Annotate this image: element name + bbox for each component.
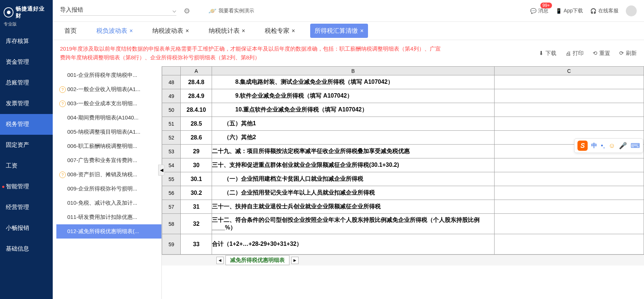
form-item-7[interactable]: 008-资产折旧、摊销及纳税... — [56, 168, 161, 182]
tab-4[interactable]: 税检专家× — [260, 24, 299, 38]
tab-0[interactable]: 首页 — [60, 24, 81, 38]
row-header[interactable]: 49 — [162, 89, 181, 103]
tab-2[interactable]: 纳税波动表× — [148, 24, 193, 38]
ime-lang[interactable]: 中 — [591, 142, 597, 150]
cell-c[interactable] — [494, 75, 644, 89]
cell-a[interactable]: 28.4.9 — [181, 89, 212, 103]
print-button[interactable]: 🖨 打印 — [565, 50, 584, 57]
collapse-handle[interactable]: ◀ — [158, 165, 165, 176]
close-icon[interactable]: × — [292, 28, 295, 34]
cell-c[interactable] — [494, 158, 644, 172]
row-header[interactable]: 52 — [162, 131, 181, 145]
row-header[interactable]: 53 — [162, 145, 181, 158]
online-service-button[interactable]: 🎧 在线客服 — [590, 8, 619, 14]
gear-icon[interactable]: ⚙ — [184, 7, 190, 15]
tab-5[interactable]: 所得税汇算清缴× — [310, 24, 368, 38]
tab-1[interactable]: 税负波动表× — [92, 24, 137, 38]
ime-emoji-icon[interactable]: ☺ — [609, 142, 615, 150]
cell-a[interactable]: 28.6 — [181, 131, 212, 145]
avatar[interactable] — [626, 5, 637, 16]
row-header[interactable]: 58 — [162, 214, 181, 234]
cell-b[interactable]: 合计（1+2+…+28-29+30+31+32） — [212, 234, 495, 255]
reset-button[interactable]: ⟲ 重置 — [593, 50, 610, 57]
ime-bar[interactable]: S 中 •, ☺ 🎤 ⌨ — [574, 138, 643, 153]
form-item-6[interactable]: 007-广告费和业务宣传费跨... — [56, 153, 161, 168]
col-header-a[interactable]: A — [181, 67, 212, 75]
cell-b[interactable]: 三十二、符合条件的公司型创投企业按照企业年末个人股东持股比例减免企业所得税（个人… — [212, 214, 495, 234]
row-header[interactable]: 50 — [162, 103, 181, 117]
nav-item-1[interactable]: 资金管理 — [0, 52, 53, 72]
close-icon[interactable]: × — [360, 28, 363, 34]
nav-item-4[interactable]: 税务管理 — [0, 114, 53, 135]
col-header-c[interactable]: C — [494, 67, 644, 75]
cell-c[interactable] — [494, 117, 644, 131]
nav-item-3[interactable]: 发票管理 — [0, 93, 53, 114]
row-header[interactable]: 59 — [162, 234, 181, 255]
cell-a[interactable]: 33 — [181, 234, 212, 255]
nav-item-9[interactable]: 小畅报销 — [0, 218, 53, 239]
cell-a[interactable]: 29 — [181, 145, 212, 158]
cell-a[interactable]: 28.5 — [181, 117, 212, 131]
cell-b[interactable]: 二十九、减：项目所得额按法定税率减半征收企业所得税叠加享受减免税优惠 — [212, 145, 495, 158]
row-header[interactable]: 48 — [162, 75, 181, 89]
ime-keyboard-icon[interactable]: ⌨ — [631, 142, 640, 150]
form-item-2[interactable]: 003-一般企业成本支出明细... — [56, 97, 161, 111]
ime-comma-icon[interactable]: •, — [601, 142, 605, 150]
nav-item-2[interactable]: 总账管理 — [0, 72, 53, 93]
close-icon[interactable]: × — [242, 28, 245, 34]
nav-item-8[interactable]: 经营管理 — [0, 197, 53, 218]
cell-b[interactable]: （二）企业招用登记失业半年以上人员就业扣减企业所得税 — [212, 186, 495, 200]
search-box[interactable]: 导入报错 ⌵ — [60, 6, 176, 16]
cell-c[interactable] — [494, 103, 644, 117]
col-header-b[interactable]: B — [212, 67, 495, 75]
spreadsheet[interactable]: A B C 4828.4.8 8.集成电路封装、测试企业减免企业所得税（填写 A… — [162, 66, 644, 299]
form-item-3[interactable]: 004-期间费用明细表(A1040... — [56, 111, 161, 125]
sheet-nav-next[interactable]: ▶ — [291, 257, 299, 264]
cell-a[interactable]: 30.1 — [181, 172, 212, 186]
form-item-10[interactable]: 011-研发费用加计扣除优惠... — [56, 210, 161, 224]
cell-b[interactable]: 8.集成电路封装、测试企业减免企业所得税（填写 A107042） — [212, 75, 495, 89]
cell-c[interactable] — [494, 89, 644, 103]
form-item-5[interactable]: 006-职工薪酬纳税调整明细... — [56, 139, 161, 153]
demo-link[interactable]: 🪐 我要看实例演示 — [208, 7, 254, 15]
nav-item-5[interactable]: 固定资产 — [0, 135, 53, 156]
tab-3[interactable]: 纳税统计表× — [204, 24, 249, 38]
ime-logo-icon[interactable]: S — [577, 141, 588, 151]
form-item-4[interactable]: 005-纳税调整项目明细表(A1... — [56, 125, 161, 139]
chevron-down-icon[interactable]: ⌵ — [172, 6, 176, 14]
row-header[interactable]: 57 — [162, 200, 181, 214]
ime-mic-icon[interactable]: 🎤 — [619, 142, 627, 150]
nav-item-0[interactable]: 库存核算 — [0, 31, 53, 52]
row-header[interactable]: 54 — [162, 158, 181, 172]
cell-b[interactable]: 10.重点软件企业减免企业所得税（填写 A107042） — [212, 103, 495, 117]
messages-button[interactable]: 💬 消息 99+ — [530, 8, 548, 14]
cell-b[interactable]: （五）其他1 — [212, 117, 495, 131]
corner-cell[interactable] — [162, 67, 181, 75]
form-item-8[interactable]: 009-企业所得税弥补亏损明... — [56, 182, 161, 196]
cell-c[interactable] — [494, 186, 644, 200]
cell-a[interactable]: 28.4.8 — [181, 75, 212, 89]
nav-item-10[interactable]: 基础信息 — [0, 239, 53, 259]
form-item-0[interactable]: 001-企业所得税年度纳税申... — [56, 68, 161, 82]
cell-b[interactable]: 三十、支持和促进重点群体创业就业企业限额减征企业所得税(30.1+30.2) — [212, 158, 495, 172]
cell-c[interactable] — [494, 172, 644, 186]
close-icon[interactable]: × — [129, 28, 133, 34]
cell-b[interactable]: （六）其他2 — [212, 131, 495, 145]
app-download-button[interactable]: 📱 App下载 — [556, 8, 583, 14]
form-item-1[interactable]: 002-一般企业收入明细表(A1... — [56, 82, 161, 97]
cell-a[interactable]: 28.4.10 — [181, 103, 212, 117]
form-item-11[interactable]: 012-减免所得税优惠明细表(... — [56, 224, 161, 239]
cell-a[interactable]: 30 — [181, 158, 212, 172]
cell-c[interactable] — [494, 214, 644, 234]
row-header[interactable]: 56 — [162, 186, 181, 200]
download-button[interactable]: ⬇ 下载 — [539, 50, 556, 57]
nav-item-7[interactable]: 智能管理 — [0, 176, 53, 197]
cell-b[interactable]: （一）企业招用建档立卡贫困人口就业扣减企业所得税 — [212, 172, 495, 186]
nav-item-6[interactable]: 工资 — [0, 156, 53, 176]
form-item-9[interactable]: 010-免税、减计收入及加计... — [56, 196, 161, 210]
cell-a[interactable]: 31 — [181, 200, 212, 214]
cell-c[interactable] — [494, 200, 644, 214]
sheet-nav-prev[interactable]: ◀ — [216, 257, 224, 264]
cell-a[interactable]: 30.2 — [181, 186, 212, 200]
row-header[interactable]: 51 — [162, 117, 181, 131]
